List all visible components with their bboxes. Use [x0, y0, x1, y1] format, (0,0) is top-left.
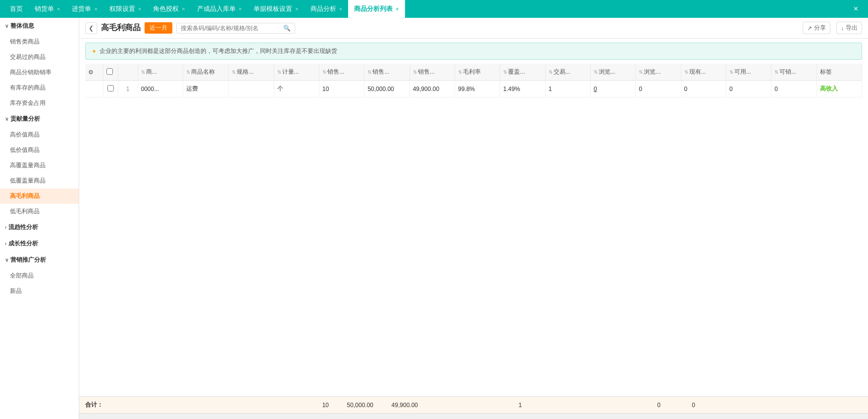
- table-col-12[interactable]: ⇅现有...: [681, 64, 726, 81]
- table-col-8[interactable]: ⇅覆盖...: [500, 64, 545, 81]
- table-col-1[interactable]: ⇅商品名称: [183, 64, 229, 81]
- table-col-10[interactable]: ⇅浏览...: [590, 64, 635, 81]
- table-num-col: [118, 64, 138, 81]
- col-label: 销售...: [372, 68, 389, 76]
- tag-label: 高收入: [820, 85, 838, 92]
- nav-item-单据模板设置[interactable]: 单据模板设置 ×: [248, 0, 304, 18]
- row-checkbox[interactable]: [107, 85, 114, 92]
- search-icon[interactable]: 🔍: [283, 25, 291, 32]
- footer-cell-1: [141, 402, 155, 409]
- sidebar-section-label: 营销推广分析: [10, 256, 46, 264]
- sidebar-section-label: 整体信息: [10, 22, 34, 30]
- sort-icon: ⇅: [594, 69, 598, 75]
- sidebar-item-有库存的商品[interactable]: 有库存的商品: [0, 80, 79, 95]
- sidebar-section-营销推广分析[interactable]: ∨营销推广分析: [0, 252, 79, 268]
- info-icon: ✦: [92, 48, 97, 55]
- sidebar-item-商品分销助销率[interactable]: 商品分销助销率: [0, 65, 79, 80]
- sidebar-section-整体信息[interactable]: ∨整体信息: [0, 18, 79, 34]
- cell-sellable: 0: [771, 81, 817, 97]
- footer-cell-12: [525, 402, 560, 409]
- table-col-11[interactable]: ⇅浏览...: [636, 64, 681, 81]
- sidebar-section-arrow: ›: [5, 225, 6, 230]
- table-settings-col[interactable]: ⚙: [85, 64, 103, 81]
- cell-sales3: 49,900.00: [409, 81, 455, 97]
- window-close-button[interactable]: ×: [848, 4, 864, 13]
- cell-available: 0: [726, 81, 771, 97]
- nav-close-icon[interactable]: ×: [138, 6, 141, 12]
- table-col-5[interactable]: ⇅销售...: [364, 64, 409, 81]
- sidebar-section-成长性分析[interactable]: ›成长性分析: [0, 235, 79, 252]
- nav-close-icon[interactable]: ×: [182, 6, 185, 12]
- sidebar-item-新品[interactable]: 新品: [0, 283, 79, 299]
- sort-icon: ⇅: [186, 69, 190, 75]
- nav-item-商品分析[interactable]: 商品分析 ×: [305, 0, 348, 18]
- col-label: 商品名称: [191, 68, 215, 76]
- nav-item-商品分析列表[interactable]: 商品分析列表 ×: [348, 0, 405, 18]
- sidebar-item-高覆盖量商品[interactable]: 高覆盖量商品: [0, 158, 79, 173]
- sidebar-item-交易过的商品[interactable]: 交易过的商品: [0, 49, 79, 65]
- search-input[interactable]: [181, 25, 283, 32]
- table-col-6[interactable]: ⇅销售...: [409, 64, 455, 81]
- export-button[interactable]: ↓ 导出: [836, 22, 862, 34]
- sidebar-item-低覆盖量商品[interactable]: 低覆盖量商品: [0, 173, 79, 188]
- table-col-3[interactable]: ⇅计量...: [274, 64, 319, 81]
- content-area: ❮ 高毛利商品 近一月 🔍 ↗ 分享 ↓ 导出 ✦ 企业的主要的利润都是这部分商…: [79, 18, 868, 419]
- table-col-9[interactable]: ⇅交易...: [545, 64, 590, 81]
- col-label: 标签: [820, 68, 832, 76]
- sidebar-item-低价值商品[interactable]: 低价值商品: [0, 142, 79, 158]
- table-col-13[interactable]: ⇅可用...: [726, 64, 771, 81]
- col-label: 交易...: [554, 68, 570, 76]
- select-all-checkbox[interactable]: [106, 68, 113, 75]
- row-settings: [85, 81, 103, 97]
- table-col-0[interactable]: ⇅商...: [138, 64, 183, 81]
- page-title: 高毛利商品: [101, 23, 141, 33]
- nav-item-权限设置[interactable]: 权限设置 ×: [103, 0, 147, 18]
- nav-close-icon[interactable]: ×: [396, 6, 399, 12]
- filter-recent-month-button[interactable]: 近一月: [145, 22, 172, 34]
- sidebar-item-高毛利商品[interactable]: 高毛利商品: [0, 188, 79, 204]
- footer-cell-4: [213, 402, 262, 409]
- footer-cell-11: 1: [490, 402, 525, 409]
- sort-icon: ⇅: [322, 69, 326, 75]
- cell-current_stock: 0: [681, 81, 726, 97]
- sidebar-item-销售类商品[interactable]: 销售类商品: [0, 34, 79, 49]
- table-check-col[interactable]: [103, 64, 118, 81]
- table-col-4[interactable]: ⇅销售...: [319, 64, 364, 81]
- sidebar-collapse-button[interactable]: ❮: [85, 22, 97, 34]
- sidebar-item-低毛利商品[interactable]: 低毛利商品: [0, 204, 79, 219]
- sort-icon: ⇅: [729, 69, 733, 75]
- sort-icon: ⇅: [639, 69, 643, 75]
- nav-close-icon[interactable]: ×: [295, 6, 298, 12]
- nav-close-icon[interactable]: ×: [94, 6, 97, 12]
- horizontal-scrollbar[interactable]: [79, 413, 868, 419]
- nav-close-icon[interactable]: ×: [57, 6, 60, 12]
- share-button[interactable]: ↗ 分享: [803, 22, 830, 34]
- table-row: 10000...运费个1050,000.0049,900.0099.8%1.49…: [85, 81, 862, 97]
- nav-close-icon[interactable]: ×: [339, 6, 342, 12]
- sidebar-item-库存资金占用[interactable]: 库存资金占用: [0, 95, 79, 111]
- export-icon: ↓: [841, 25, 844, 32]
- table-container: ⚙⇅商...⇅商品名称⇅规格...⇅计量...⇅销售...⇅销售...⇅销售..…: [79, 64, 868, 396]
- nav-item-首页[interactable]: 首页: [4, 0, 29, 18]
- sidebar-section-贡献量分析[interactable]: ∨贡献量分析: [0, 111, 79, 127]
- nav-close-icon[interactable]: ×: [239, 6, 242, 12]
- sidebar-item-全部商品[interactable]: 全部商品: [0, 268, 79, 283]
- nav-item-进货单[interactable]: 进货单 ×: [66, 0, 103, 18]
- sort-icon: ⇅: [367, 69, 371, 75]
- nav-item-角色授权[interactable]: 角色授权 ×: [147, 0, 191, 18]
- table-col-2[interactable]: ⇅规格...: [229, 64, 274, 81]
- nav-item-产成品入库单[interactable]: 产成品入库单 ×: [191, 0, 248, 18]
- footer-cell-3: [173, 402, 213, 409]
- sort-icon: ⇅: [549, 69, 553, 75]
- sidebar-section-流趋性分析[interactable]: ›流趋性分析: [0, 219, 79, 235]
- settings-icon[interactable]: ⚙: [88, 69, 94, 76]
- table-col-14[interactable]: ⇅可销...: [771, 64, 817, 81]
- table-col-7[interactable]: ⇅毛利率: [455, 64, 500, 81]
- row-checkbox-cell[interactable]: [103, 81, 118, 97]
- footer-cell-16: 0: [664, 402, 698, 409]
- sort-icon: ⇅: [232, 69, 236, 75]
- browse1-link[interactable]: 0: [594, 86, 597, 93]
- row-num: 1: [118, 81, 138, 97]
- sidebar-item-高价值商品[interactable]: 高价值商品: [0, 127, 79, 142]
- nav-item-销货单[interactable]: 销货单 ×: [29, 0, 66, 18]
